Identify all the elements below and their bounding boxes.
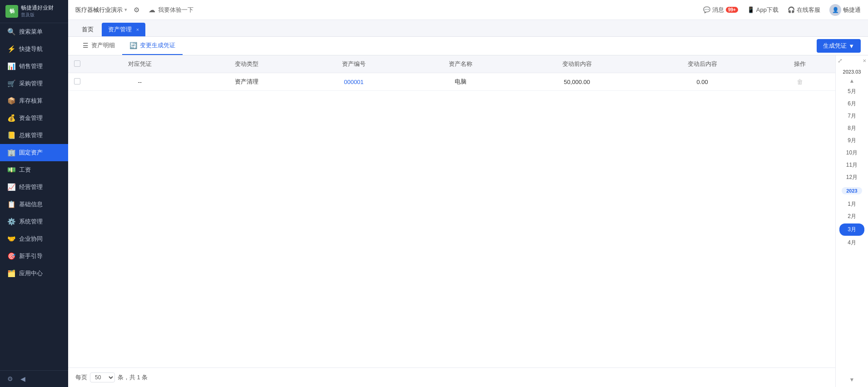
tab-home[interactable]: 首页 — [75, 23, 100, 36]
messages-button[interactable]: 💬 消息 99+ — [703, 6, 738, 14]
sidebar-footer: ⚙ ◀ — [0, 370, 68, 387]
collapse-icon[interactable]: ◀ — [20, 375, 25, 382]
sidebar-item-operations[interactable]: 📈 经营管理 — [0, 179, 68, 196]
app-logo-icon: 畅 — [5, 5, 18, 18]
col-after-content: 变动后内容 — [640, 55, 765, 73]
ledger-icon: 📒 — [7, 131, 15, 139]
cell-after-content: 0.00 — [640, 73, 765, 91]
sidebar-item-label: 销售管理 — [19, 62, 43, 70]
select-all-header — [68, 55, 86, 73]
table-header-row: 对应凭证 变动类型 资产编号 资产名称 变动前内容 变动后内容 操作 — [68, 55, 835, 73]
month-8[interactable]: 8月 — [836, 122, 868, 134]
data-table: 对应凭证 变动类型 资产编号 资产名称 变动前内容 变动后内容 操作 — [68, 55, 835, 91]
sidebar-item-system[interactable]: ⚙️ 系统管理 — [0, 213, 68, 230]
messages-icon: 💬 — [703, 6, 710, 13]
app-download-icon: 📱 — [747, 6, 754, 13]
month-7[interactable]: 7月 — [836, 110, 868, 122]
sidebar-item-sales[interactable]: 📊 销售管理 — [0, 58, 68, 75]
tab-home-label: 首页 — [82, 26, 94, 33]
row-checkbox[interactable] — [74, 78, 80, 84]
month-6[interactable]: 6月 — [836, 98, 868, 110]
month-12[interactable]: 12月 — [836, 171, 868, 184]
company-dropdown-icon: ▾ — [124, 7, 127, 13]
right-panel-expand-icon[interactable]: ⤢ — [838, 57, 843, 64]
settings-icon[interactable]: ⚙ — [7, 375, 13, 382]
tabbar: 首页 资产管理 × — [68, 20, 868, 37]
right-panel: ⤢ × 2023.03 ▲ 5月 6月 7月 8月 9月 10月 11月 12月… — [835, 55, 868, 387]
sales-icon: 📊 — [7, 62, 15, 70]
month-11[interactable]: 11月 — [836, 159, 868, 171]
sidebar-scroll: 🔍 搜索菜单 ⚡ 快捷导航 📊 销售管理 🛒 采购管理 📦 库存核算 💰 资金管… — [0, 23, 68, 370]
select-all-checkbox[interactable] — [74, 60, 80, 67]
asset-detail-icon: ☰ — [83, 42, 89, 49]
sidebar-item-label: 基础信息 — [19, 200, 43, 208]
table-row: -- 资产清理 000001 电脑 50,000.00 0.00 🗑 — [68, 73, 835, 91]
main-area: 医疗器械行业演示 ▾ ⚙ ☁ 我要体验一下 💬 消息 99+ 📱 App下载 🎧… — [68, 0, 868, 387]
purchase-icon: 🛒 — [7, 79, 15, 88]
generate-voucher-arrow: ▼ — [848, 43, 854, 50]
content-area: ☰ 资产明细 🔄 变更生成凭证 生成凭证 ▼ — [68, 37, 868, 387]
content-body: 对应凭证 变动类型 资产编号 资产名称 变动前内容 变动后内容 操作 — [68, 55, 868, 387]
tab-asset-detail[interactable]: ☰ 资产明细 — [75, 37, 122, 55]
user-profile[interactable]: 👤 畅捷通 — [829, 4, 861, 16]
sidebar-item-search[interactable]: 🔍 搜索菜单 — [0, 23, 68, 40]
col-action: 操作 — [765, 55, 835, 73]
sidebar-item-app-center[interactable]: 🗂️ 应用中心 — [0, 265, 68, 282]
trial-label: 我要体验一下 — [158, 6, 193, 14]
scroll-down-icon[interactable]: ▼ — [848, 375, 856, 384]
scroll-up-icon[interactable]: ▲ — [848, 76, 856, 85]
year-label[interactable]: 2023 — [842, 187, 862, 194]
sidebar-item-guide[interactable]: 🎯 新手引导 — [0, 248, 68, 265]
tab-close-icon[interactable]: × — [136, 27, 139, 32]
tab-asset-management[interactable]: 资产管理 × — [102, 23, 145, 36]
month-4[interactable]: 4月 — [836, 237, 868, 249]
username-label: 畅捷通 — [843, 6, 861, 14]
generate-voucher-button[interactable]: 生成凭证 ▼ — [817, 39, 861, 53]
sidebar-item-label: 应用中心 — [19, 269, 43, 278]
sidebar-item-enterprise[interactable]: 🤝 企业协同 — [0, 230, 68, 248]
col-change-type: 变动类型 — [193, 55, 301, 73]
quick-nav-icon: ⚡ — [7, 45, 15, 53]
company-selector[interactable]: 医疗器械行业演示 ▾ — [75, 6, 127, 14]
per-page-label: 每页 — [75, 373, 87, 382]
sidebar-item-label: 采购管理 — [19, 79, 43, 88]
cell-action: 🗑 — [765, 73, 835, 91]
operations-icon: 📈 — [7, 183, 15, 191]
month-2[interactable]: 2月 — [836, 210, 868, 223]
online-service-button[interactable]: 🎧 在线客服 — [788, 6, 820, 14]
month-9[interactable]: 9月 — [836, 134, 868, 147]
topbar: 医疗器械行业演示 ▾ ⚙ ☁ 我要体验一下 💬 消息 99+ 📱 App下载 🎧… — [68, 0, 868, 20]
app-download-button[interactable]: 📱 App下载 — [747, 6, 779, 14]
tab-asset-management-label: 资产管理 — [108, 26, 132, 33]
sidebar-item-label: 工资 — [19, 166, 31, 174]
sidebar-item-ledger[interactable]: 📒 总账管理 — [0, 127, 68, 144]
cell-asset-code[interactable]: 000001 — [300, 73, 407, 91]
sidebar-item-funds[interactable]: 💰 资金管理 — [0, 109, 68, 127]
sidebar-item-inventory[interactable]: 📦 库存核算 — [0, 92, 68, 109]
sidebar-item-quick-nav[interactable]: ⚡ 快捷导航 — [0, 40, 68, 58]
table-footer: 每页 10 20 50 100 条，共 1 条 — [68, 367, 835, 387]
messages-badge: 99+ — [726, 7, 738, 13]
sidebar-logo: 畅 畅捷通好业财 普及版 — [0, 0, 68, 23]
fixed-assets-icon: 🏢 — [7, 149, 15, 157]
sidebar-item-fixed-assets[interactable]: 🏢 固定资产 — [0, 144, 68, 161]
system-icon: ⚙️ — [7, 218, 15, 226]
trial-button[interactable]: ☁ 我要体验一下 — [149, 6, 193, 14]
col-before-content: 变动前内容 — [514, 55, 640, 73]
per-page-select[interactable]: 10 20 50 100 — [90, 372, 115, 382]
month-3-current[interactable]: 3月 — [839, 223, 864, 236]
settings-gear-icon[interactable]: ⚙ — [134, 6, 139, 14]
delete-row-icon[interactable]: 🗑 — [797, 78, 803, 85]
month-5[interactable]: 5月 — [836, 85, 868, 98]
sidebar-item-salary[interactable]: 💵 工资 — [0, 161, 68, 179]
tab-change-voucher[interactable]: 🔄 变更生成凭证 — [122, 37, 183, 55]
month-10[interactable]: 10月 — [836, 147, 868, 159]
sidebar-item-purchase[interactable]: 🛒 采购管理 — [0, 75, 68, 92]
messages-label: 消息 — [712, 6, 724, 14]
cell-change-type: 资产清理 — [193, 73, 301, 91]
content-main: 对应凭证 变动类型 资产编号 资产名称 变动前内容 变动后内容 操作 — [68, 55, 835, 387]
company-name: 医疗器械行业演示 — [75, 6, 123, 14]
sidebar-item-basic-info[interactable]: 📋 基础信息 — [0, 196, 68, 213]
right-panel-close-icon[interactable]: × — [863, 57, 866, 64]
month-1[interactable]: 1月 — [836, 198, 868, 210]
